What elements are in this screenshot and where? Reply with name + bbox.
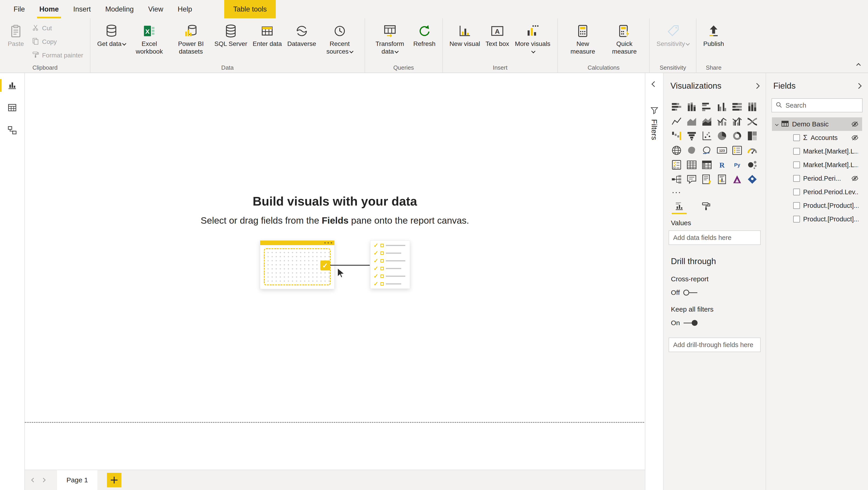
table-row-demo-basic[interactable]: Demo Basic: [772, 117, 862, 131]
text-box-button[interactable]: A Text box: [483, 21, 512, 49]
field-checkbox[interactable]: [793, 216, 800, 222]
data-view-button[interactable]: [0, 101, 24, 116]
model-view-button[interactable]: [0, 123, 24, 138]
cross-report-toggle[interactable]: Off: [669, 289, 761, 297]
line-chart-icon[interactable]: [670, 115, 684, 128]
power-apps-icon[interactable]: [730, 173, 744, 186]
field-checkbox[interactable]: [793, 189, 800, 195]
100-stacked-column-chart-icon[interactable]: [745, 100, 759, 114]
tab-fields[interactable]: [671, 199, 688, 214]
menu-insert[interactable]: Insert: [66, 0, 98, 18]
more-visuals-button[interactable]: More visuals: [512, 21, 553, 56]
cut-button[interactable]: Cut: [29, 22, 86, 34]
field-checkbox[interactable]: [793, 202, 800, 209]
copy-button[interactable]: Copy: [29, 36, 86, 48]
collapse-ribbon-button[interactable]: [854, 61, 864, 69]
field-checkbox[interactable]: [793, 134, 800, 141]
field-checkbox[interactable]: [793, 175, 800, 182]
report-view-button[interactable]: [0, 78, 24, 93]
slicer-icon[interactable]: [670, 158, 684, 172]
map-icon[interactable]: [670, 144, 684, 157]
collapse-visualizations-button[interactable]: [754, 83, 760, 89]
q-and-a-icon[interactable]: [685, 173, 699, 186]
values-field-well[interactable]: Add data fields here: [669, 231, 761, 245]
sql-server-button[interactable]: SQL Server: [212, 21, 250, 49]
power-bi-datasets-button[interactable]: Power BI datasets: [170, 21, 212, 56]
publish-button[interactable]: Publish: [701, 21, 727, 49]
paste-button[interactable]: Paste: [4, 21, 28, 49]
stacked-column-chart-icon[interactable]: [685, 100, 699, 114]
hidden-eye-icon[interactable]: [851, 175, 859, 182]
waterfall-chart-icon[interactable]: [670, 129, 684, 143]
gauge-icon[interactable]: [745, 144, 759, 157]
collapse-fields-button[interactable]: [856, 83, 862, 89]
decomposition-tree-icon[interactable]: [670, 173, 684, 186]
format-painter-button[interactable]: Format painter: [29, 50, 86, 61]
100-stacked-bar-chart-icon[interactable]: [730, 100, 744, 114]
transform-data-button[interactable]: Transform data: [369, 21, 411, 56]
report-canvas[interactable]: Build visuals with your data Select or d…: [25, 73, 645, 470]
keep-all-filters-toggle[interactable]: On: [669, 319, 761, 327]
matrix-icon[interactable]: [700, 158, 714, 172]
line-and-stacked-column-chart-icon[interactable]: [715, 115, 729, 128]
filled-map-icon[interactable]: [685, 144, 699, 157]
field-checkbox[interactable]: [793, 161, 800, 168]
field-row[interactable]: Market.[Market].L...: [772, 158, 863, 172]
card-icon[interactable]: 123: [715, 144, 729, 157]
quick-measure-button[interactable]: Quick measure: [603, 21, 645, 56]
key-influencers-icon[interactable]: [745, 158, 759, 172]
field-checkbox[interactable]: [793, 148, 800, 155]
line-and-clustered-column-chart-icon[interactable]: [730, 115, 744, 128]
sensitivity-button[interactable]: Sensitivity: [654, 21, 692, 49]
menu-modeling[interactable]: Modeling: [98, 0, 141, 18]
azure-map-icon[interactable]: [700, 144, 714, 157]
field-row[interactable]: Product.[Product]...: [772, 212, 863, 226]
get-more-visuals-button[interactable]: ...: [669, 186, 761, 193]
field-row[interactable]: Period.Peri...: [772, 172, 863, 185]
field-row[interactable]: Period.Period.Lev...: [772, 185, 863, 199]
clustered-column-chart-icon[interactable]: [715, 100, 729, 114]
field-row[interactable]: ΣAccounts: [772, 131, 863, 145]
pie-chart-icon[interactable]: [715, 129, 729, 143]
funnel-chart-icon[interactable]: [685, 129, 699, 143]
ribbon-chart-icon[interactable]: [745, 115, 759, 128]
tab-format[interactable]: [698, 199, 714, 214]
r-script-visual-icon[interactable]: R: [715, 158, 729, 172]
search-input[interactable]: [785, 102, 868, 109]
next-page-button[interactable]: [38, 475, 49, 485]
treemap-icon[interactable]: [745, 129, 759, 143]
stacked-area-chart-icon[interactable]: [700, 115, 714, 128]
excel-workbook-button[interactable]: X Excel workbook: [128, 21, 170, 56]
scatter-chart-icon[interactable]: [700, 129, 714, 143]
new-measure-button[interactable]: New measure: [562, 21, 603, 56]
arcgis-map-icon[interactable]: [745, 173, 759, 186]
new-visual-button[interactable]: New visual: [447, 21, 483, 49]
search-box[interactable]: [772, 98, 863, 112]
hidden-eye-icon[interactable]: [851, 121, 859, 128]
dataverse-button[interactable]: Dataverse: [285, 21, 319, 49]
drill-through-field-well[interactable]: Add drill-through fields here: [669, 338, 761, 352]
contextual-tab-table-tools[interactable]: Table tools: [224, 0, 276, 18]
area-chart-icon[interactable]: [685, 115, 699, 128]
menu-view[interactable]: View: [141, 0, 170, 18]
field-row[interactable]: Product.[Product]...: [772, 199, 863, 212]
menu-home[interactable]: Home: [32, 0, 66, 18]
hidden-eye-icon[interactable]: [851, 134, 859, 141]
get-data-button[interactable]: Get data: [94, 21, 128, 49]
enter-data-button[interactable]: Enter data: [250, 21, 285, 49]
paginated-report-icon[interactable]: [715, 173, 729, 186]
prev-page-button[interactable]: [29, 475, 38, 485]
page-tab[interactable]: Page 1: [57, 470, 97, 490]
refresh-button[interactable]: Refresh: [411, 21, 438, 49]
menu-file[interactable]: File: [6, 0, 32, 18]
python-visual-icon[interactable]: Py: [730, 158, 744, 172]
donut-chart-icon[interactable]: [730, 129, 744, 143]
clustered-bar-chart-icon[interactable]: [700, 100, 714, 114]
recent-sources-button[interactable]: Recent sources: [319, 21, 361, 56]
multi-row-card-icon[interactable]: [730, 144, 744, 157]
stacked-bar-chart-icon[interactable]: [670, 100, 684, 114]
menu-help[interactable]: Help: [170, 0, 199, 18]
smart-narrative-icon[interactable]: [700, 173, 714, 186]
new-page-button[interactable]: [107, 473, 121, 487]
field-row[interactable]: Market.[Market].L...: [772, 145, 863, 158]
